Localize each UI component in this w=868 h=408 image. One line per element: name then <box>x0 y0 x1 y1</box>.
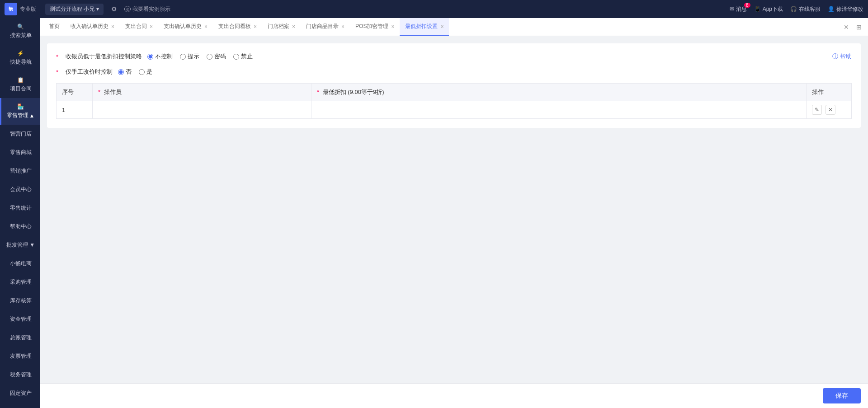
sidebar-item-capital-mgmt[interactable]: 资金管理 <box>0 310 40 328</box>
sidebar-item-accounting[interactable]: 总账管理 <box>0 328 40 347</box>
radio-forbid-input[interactable] <box>233 54 239 60</box>
tab-income-history-close[interactable]: × <box>111 23 114 30</box>
tab-min-discount-close[interactable]: × <box>440 23 443 30</box>
sidebar-label-quick-nav: 快捷导航 <box>10 58 32 66</box>
cashier-policy-label: 收银员低于最低折扣控制策略 <box>66 52 142 61</box>
tab-min-discount[interactable]: 最低折扣设置 × <box>400 18 449 36</box>
save-button[interactable]: 保存 <box>823 388 861 403</box>
sidebar-item-search-menu[interactable]: 🔍 搜索菜单 <box>0 18 40 45</box>
table-header-row: 序号 * 操作员 * 最低折扣 (9.00等于9折) 操作 <box>57 84 852 101</box>
sidebar-item-smart-store[interactable]: 智营门店 <box>0 125 40 143</box>
col-actions-label: 操作 <box>812 89 824 95</box>
content-area: 首页 收入确认单历史 × 支出合同 × 支出确认单历史 × 支出合同看板 × 门… <box>40 18 868 408</box>
tab-income-history-label: 收入确认单历史 <box>71 23 108 30</box>
radio-yes[interactable]: 是 <box>139 68 152 76</box>
help-label: 帮助 <box>840 52 852 61</box>
cell-actions: ✎ ✕ <box>807 101 852 119</box>
message-item[interactable]: ✉ 消息 8 <box>730 5 747 13</box>
tab-payment-contract-close[interactable]: × <box>150 23 153 30</box>
sidebar-label-search-menu: 搜索菜单 <box>10 32 32 39</box>
sidebar-item-project-contract[interactable]: 📋 项目合同 <box>0 71 40 98</box>
sidebar-label-member-center: 会员中心 <box>10 186 32 193</box>
sidebar-item-ecommerce[interactable]: 小畅电商 <box>0 254 40 273</box>
sidebar-item-quick-nav[interactable]: ⚡ 快捷导航 <box>0 45 40 71</box>
tab-home-label: 首页 <box>49 23 60 30</box>
app-download-item[interactable]: 📱 App下载 <box>754 5 783 13</box>
radio-yes-input[interactable] <box>139 69 145 75</box>
sidebar-item-marketing[interactable]: 营销推广 <box>0 162 40 180</box>
table-row: 1 ✎ ✕ <box>57 101 852 119</box>
cell-operator <box>93 101 311 119</box>
sidebar-item-invoice-mgmt[interactable]: 发票管理 <box>0 347 40 366</box>
tab-income-history[interactable]: 收入确认单历史 × <box>65 18 120 36</box>
sidebar: 🔍 搜索菜单 ⚡ 快捷导航 📋 项目合同 🏪 零售管理 ▲ 智营门店 零售商城 … <box>0 18 40 408</box>
manual-price-required-mark: * <box>56 69 58 75</box>
tab-home[interactable]: 首页 <box>43 18 65 36</box>
tab-store-archive-close[interactable]: × <box>292 23 295 30</box>
tab-store-catalog-close[interactable]: × <box>341 23 344 30</box>
sidebar-label-ecommerce: 小畅电商 <box>10 260 32 267</box>
project-name: 测试分开流程·小兄 <box>50 5 94 13</box>
sidebar-item-retail-mall[interactable]: 零售商城 <box>0 143 40 162</box>
sidebar-item-salary[interactable]: 工资 <box>0 403 40 408</box>
tab-payment-kanban[interactable]: 支出合同看板 × <box>213 18 262 36</box>
project-selector[interactable]: 测试分开流程·小兄 ▾ <box>45 4 104 15</box>
message-badge: 8 <box>744 3 750 8</box>
tab-pos-password-close[interactable]: × <box>391 23 394 30</box>
app-version-label: 专业版 <box>20 5 36 13</box>
radio-no-input[interactable] <box>118 69 124 75</box>
bottom-bar: 保存 <box>40 383 868 408</box>
page-content: * 收银员低于最低折扣控制策略 不控制 提示 密码 <box>40 36 868 383</box>
col-operator-header: * 操作员 <box>93 84 311 101</box>
sidebar-item-purchase-mgmt[interactable]: 采购管理 <box>0 273 40 291</box>
tab-payment-history[interactable]: 支出确认单历史 × <box>158 18 213 36</box>
edit-row-button[interactable]: ✎ <box>812 105 822 115</box>
sidebar-item-tax-mgmt[interactable]: 税务管理 <box>0 366 40 384</box>
tab-payment-contract[interactable]: 支出合同 × <box>120 18 158 36</box>
radio-forbid[interactable]: 禁止 <box>233 52 253 61</box>
radio-no-control[interactable]: 不控制 <box>147 52 173 61</box>
tab-payment-history-close[interactable]: × <box>204 23 208 30</box>
tab-store-archive[interactable]: 门店档案 × <box>262 18 301 36</box>
app-download-label: App下载 <box>763 5 783 13</box>
radio-no-control-label: 不控制 <box>155 52 173 61</box>
sidebar-label-capital-mgmt: 资金管理 <box>10 315 32 323</box>
demo-label: 我要看实例演示 <box>132 5 170 13</box>
sidebar-item-member-center[interactable]: 会员中心 <box>0 180 40 199</box>
help-link[interactable]: ⓘ 帮助 <box>832 52 852 61</box>
cell-index: 1 <box>57 101 93 119</box>
demo-circle-icon: ◎ <box>124 6 131 12</box>
demo-button[interactable]: ◎ 我要看实例演示 <box>124 5 170 13</box>
online-service-item[interactable]: 🎧 在线客服 <box>790 5 821 13</box>
sidebar-item-retail-stats[interactable]: 零售统计 <box>0 199 40 217</box>
radio-no-control-input[interactable] <box>147 54 153 60</box>
sidebar-item-help-center[interactable]: 帮助中心 <box>0 217 40 236</box>
sidebar-label-marketing: 营销推广 <box>10 167 32 175</box>
col-min-discount-label: 最低折扣 (9.00等于9折) <box>323 89 384 95</box>
sidebar-item-batch-mgmt[interactable]: 批发管理 ▼ <box>0 236 40 254</box>
tab-store-catalog[interactable]: 门店商品目录 × <box>301 18 350 36</box>
logo-icon: 畅 <box>5 3 17 15</box>
close-tab-button[interactable]: ✕ <box>841 22 852 33</box>
tab-pos-password[interactable]: POS加密管理 × <box>350 18 400 36</box>
sidebar-item-fixed-assets[interactable]: 固定资产 <box>0 384 40 403</box>
radio-password-input[interactable] <box>207 54 212 60</box>
radio-password[interactable]: 密码 <box>207 52 226 61</box>
radio-remind-input[interactable] <box>180 54 186 60</box>
radio-remind[interactable]: 提示 <box>180 52 199 61</box>
tab-pos-password-label: POS加密管理 <box>355 23 388 30</box>
user-item[interactable]: 👤 徐泽华修改 <box>828 5 863 13</box>
main-layout: 🔍 搜索菜单 ⚡ 快捷导航 📋 项目合同 🏪 零售管理 ▲ 智营门店 零售商城 … <box>0 18 868 408</box>
delete-row-button[interactable]: ✕ <box>826 105 835 115</box>
tab-store-archive-label: 门店档案 <box>268 23 289 30</box>
sidebar-item-inventory[interactable]: 库存核算 <box>0 291 40 310</box>
settings-icon[interactable]: ⚙ <box>108 3 120 15</box>
user-name: 徐泽华修改 <box>836 5 863 13</box>
expand-tab-button[interactable]: ⊞ <box>854 22 864 33</box>
tab-payment-kanban-close[interactable]: × <box>254 23 257 30</box>
sidebar-label-project-contract: 项目合同 <box>10 85 32 93</box>
sidebar-item-retail-mgmt[interactable]: 🏪 零售管理 ▲ <box>0 98 40 125</box>
cashier-policy-row: * 收银员低于最低折扣控制策略 不控制 提示 密码 <box>56 52 852 61</box>
radio-no[interactable]: 否 <box>118 68 132 76</box>
cell-min-discount <box>311 101 806 119</box>
